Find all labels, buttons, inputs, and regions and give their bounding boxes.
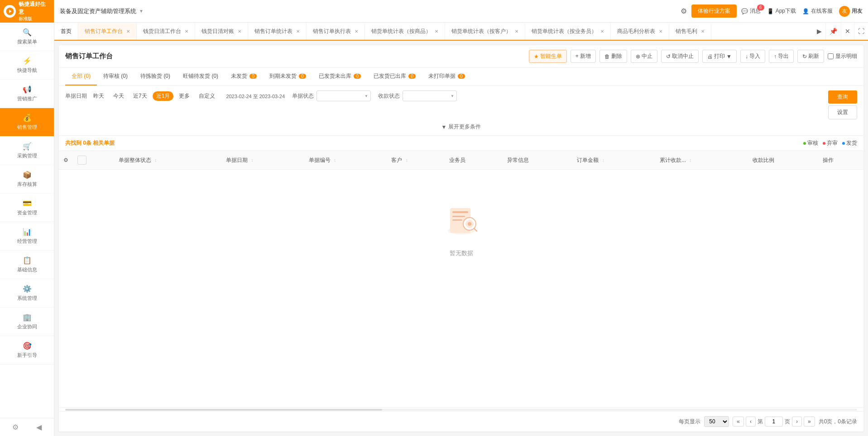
col-customer[interactable]: 客户 ↕: [387, 151, 445, 170]
audit-action-btn[interactable]: 审核: [803, 139, 818, 147]
sidebar-item-search[interactable]: 🔍 搜索菜单: [0, 23, 54, 51]
expand-filter-btn[interactable]: ▼ 展开更多条件: [441, 123, 481, 131]
tab-close-icon[interactable]: ✕: [659, 29, 662, 34]
tab-close-icon[interactable]: ✕: [701, 29, 705, 34]
tab-close-icon[interactable]: ✕: [600, 29, 604, 34]
export-btn[interactable]: ↑ 导出: [769, 50, 794, 63]
tab-sales-staff[interactable]: 销货单统计表（按业务员） ✕: [525, 23, 611, 40]
refresh-btn[interactable]: ↻ 刷新: [797, 50, 824, 63]
sub-tab-expired[interactable]: 到期未发货 0: [263, 68, 312, 85]
date-opt-custom[interactable]: 自定义: [195, 91, 219, 101]
cancel-stop-btn[interactable]: ↺ 取消中止: [661, 50, 699, 63]
sub-tab-not-printed[interactable]: 未打印单据 0: [422, 68, 471, 85]
scrollbar-area[interactable]: [59, 408, 863, 411]
tab-cash-daily[interactable]: 钱货日清工作台 ✕: [137, 23, 195, 40]
sidebar-item-inventory[interactable]: 📦 库存核算: [0, 165, 54, 194]
col-settings[interactable]: ⚙: [59, 151, 73, 170]
tab-close-icon[interactable]: ✕: [296, 29, 300, 34]
tab-sales-customer[interactable]: 销货单统计表（按客户） ✕: [445, 23, 525, 40]
date-opt-yesterday[interactable]: 昨天: [90, 91, 108, 101]
query-btn[interactable]: 查询: [828, 90, 857, 104]
sidebar-item-finance[interactable]: 💳 资金管理: [0, 194, 54, 222]
message-btn[interactable]: 💬 消息 6: [741, 7, 761, 15]
last-page-btn[interactable]: »: [804, 417, 815, 427]
settings-footer-btn[interactable]: ⚙: [12, 423, 19, 431]
tab-sales-more[interactable]: 销售毛利 ✕: [669, 23, 711, 40]
page-input[interactable]: [765, 417, 783, 427]
date-opt-more[interactable]: 更多: [175, 91, 193, 101]
cancel-action-btn[interactable]: 弃审: [823, 139, 838, 147]
tab-close-icon[interactable]: ✕: [185, 29, 188, 34]
col-abnormal[interactable]: 异常信息: [503, 151, 573, 170]
page-size-select[interactable]: 50 20 100: [704, 416, 729, 427]
tab-home[interactable]: 首页: [54, 23, 78, 40]
sidebar-item-basic-info[interactable]: 📋 基础信息: [0, 251, 54, 279]
sidebar-item-sales[interactable]: 💰 销售管理: [0, 108, 54, 137]
experience-btn[interactable]: 体验行业方案: [691, 5, 737, 18]
tab-sales-workbench[interactable]: 销售订单工作台 ✕: [78, 23, 137, 41]
sidebar-item-enterprise[interactable]: 🏢 企业协同: [0, 308, 54, 336]
sub-tab-shipped-out[interactable]: 已发货已出库 0: [367, 68, 422, 85]
sub-tab-pending-inspect[interactable]: 待拣验货 (0): [134, 68, 177, 85]
app-download-btn[interactable]: 📱 App下载: [767, 7, 796, 15]
show-detail-checkbox[interactable]: 显示明细: [828, 52, 857, 60]
sub-tab-all[interactable]: 全部 (0): [65, 68, 97, 85]
sidebar-item-operations[interactable]: 📊 经营管理: [0, 222, 54, 251]
prev-page-btn[interactable]: ‹: [746, 417, 756, 427]
table-scroll[interactable]: ⚙ 单据整体状态 ↕ 单据日期 ↕: [59, 151, 863, 408]
col-amount[interactable]: 订单金额 ↕: [572, 151, 655, 170]
next-page-btn[interactable]: ›: [792, 417, 802, 427]
tab-close-icon[interactable]: ✕: [126, 29, 130, 34]
sidebar-item-system[interactable]: ⚙️ 系统管理: [0, 279, 54, 308]
sidebar-item-quick-nav[interactable]: ⚡ 快捷导航: [0, 51, 54, 80]
tab-gross-profit[interactable]: 商品毛利分析表 ✕: [611, 23, 669, 40]
tab-sales-stats[interactable]: 销售订单统计表 ✕: [248, 23, 307, 40]
stop-btn[interactable]: ⊗ 中止: [631, 50, 657, 63]
col-date[interactable]: 单据日期 ↕: [221, 151, 304, 170]
tab-close-icon[interactable]: ✕: [238, 29, 241, 34]
sidebar-item-purchase[interactable]: 🛒 采购管理: [0, 137, 54, 165]
tab-sales-exec[interactable]: 销售订单执行表 ✕: [307, 23, 365, 40]
date-opt-1month[interactable]: 近1月: [153, 91, 174, 101]
ship-action-btn[interactable]: 发货: [842, 139, 857, 147]
user-btn[interactable]: 友 用友: [839, 6, 863, 17]
sub-tab-not-shipped[interactable]: 未发货 0: [225, 68, 263, 85]
tab-close-icon[interactable]: ✕: [355, 29, 358, 34]
tab-close-icon[interactable]: ✕: [435, 29, 438, 34]
date-opt-7days[interactable]: 近7天: [129, 91, 151, 101]
smart-create-btn[interactable]: ★ 智能生单: [529, 50, 567, 63]
tab-fullscreen-btn[interactable]: ⛶: [854, 23, 868, 40]
sub-tab-pending-review[interactable]: 待审核 (0): [97, 68, 134, 85]
col-ratio[interactable]: 收款比例: [748, 151, 818, 170]
date-opt-today[interactable]: 今天: [110, 91, 128, 101]
status-select[interactable]: [317, 90, 371, 101]
col-checkbox[interactable]: [73, 151, 114, 170]
topbar-settings-icon[interactable]: ⚙: [681, 7, 687, 15]
sub-tab-shipped-not-out[interactable]: 已发货未出库 0: [312, 68, 367, 85]
sidebar-item-guide[interactable]: 🎯 新手引导: [0, 336, 54, 365]
col-status[interactable]: 单据整体状态 ↕: [114, 151, 221, 170]
add-btn[interactable]: + 新增: [571, 50, 596, 63]
online-service-btn[interactable]: 👤 在线客服: [802, 7, 833, 15]
filter-settings-btn[interactable]: 设置: [828, 105, 857, 119]
col-collected[interactable]: 累计收款... ↕: [655, 151, 748, 170]
import-btn[interactable]: ↓ 导入: [740, 50, 765, 63]
first-page-btn[interactable]: «: [733, 417, 744, 427]
tab-cash-reconcile[interactable]: 钱货日清对账 ✕: [195, 23, 248, 40]
select-all-checkbox[interactable]: [77, 156, 86, 165]
sub-tab-wangpu[interactable]: 旺铺待发货 (0): [177, 68, 225, 85]
sidebar-item-marketing[interactable]: 📢 营销推广: [0, 80, 54, 108]
col-number[interactable]: 单据编号 ↕: [304, 151, 387, 170]
print-btn[interactable]: 🖨 打印 ▼: [702, 50, 737, 63]
col-staff[interactable]: 业务员: [445, 151, 502, 170]
tab-more-btn[interactable]: ▶: [813, 28, 825, 35]
scrollbar-thumb[interactable]: [65, 409, 382, 411]
delete-btn[interactable]: 🗑 删除: [599, 50, 627, 63]
payment-select[interactable]: [403, 90, 457, 101]
tab-sales-product[interactable]: 销货单统计表（按商品） ✕: [365, 23, 445, 40]
show-detail-input[interactable]: [828, 53, 834, 59]
tab-pin-btn[interactable]: 📌: [825, 23, 841, 40]
tab-close-icon[interactable]: ✕: [515, 29, 518, 34]
tab-close-all-btn[interactable]: ✕: [841, 23, 854, 40]
collapse-btn[interactable]: ◀: [36, 423, 42, 431]
